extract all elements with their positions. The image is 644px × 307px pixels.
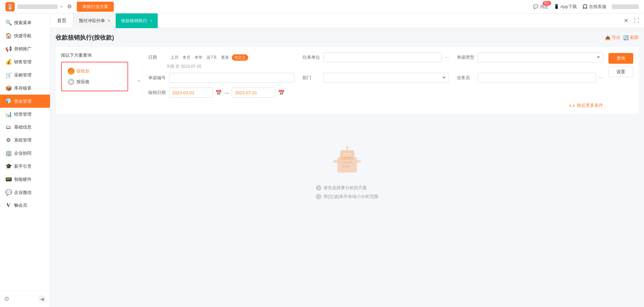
- top-bar-right: 💬 消息 99+ 📱 App下载 🎧 在线客服: [533, 4, 639, 10]
- sidebar-item-label: 销售管理: [14, 59, 32, 65]
- search-icon: 🔍: [5, 19, 11, 26]
- writeoff-end-input[interactable]: [232, 88, 275, 98]
- dropdown-icon[interactable]: ▾: [60, 5, 62, 8]
- staff-dots[interactable]: ···: [599, 75, 603, 81]
- collapse-more-btn[interactable]: ∧∧ 收起更多条件: [148, 102, 603, 108]
- sidebar-item-enterprise[interactable]: 🏢 企业协同: [0, 147, 50, 160]
- dept-label: 部门: [303, 75, 321, 81]
- empty-state: 1 请先选择要分析的方案 2 用[过滤]条件来缩小分析范围: [56, 118, 639, 228]
- app-label: App下载: [560, 4, 577, 10]
- user-avatar: [612, 4, 639, 9]
- doc-num-input[interactable]: [169, 73, 294, 83]
- settings-icon[interactable]: ⚙: [4, 295, 9, 303]
- date-this-month-btn[interactable]: 本月: [181, 54, 192, 61]
- tab-home[interactable]: 首页: [50, 13, 73, 28]
- filter-option-by-receipt[interactable]: 💰 按收款: [65, 66, 124, 76]
- filter-panel: 按以下方案查询 💰 按收款 🕐 按应收 «: [56, 47, 639, 114]
- filter-option-label: 按收款: [76, 68, 90, 74]
- sidebar-item-basic-info[interactable]: 🗂 基础信息: [0, 121, 50, 134]
- doc-num-label: 单据编号: [148, 75, 166, 81]
- operation-icon: 📊: [5, 111, 11, 117]
- sidebar-item-search-menu[interactable]: 🔍 搜索菜单: [0, 16, 50, 29]
- partner-input[interactable]: [323, 52, 442, 62]
- doc-type-select[interactable]: [478, 52, 603, 62]
- date-this-year-btn[interactable]: 本年: [193, 54, 204, 61]
- enterprise-icon: 🏢: [5, 150, 11, 156]
- cal-end-icon[interactable]: 📅: [278, 90, 285, 96]
- top-bar-left: 🐰 ▾ ⚙ 体验行业方案: [5, 2, 533, 12]
- tab-actions: ✕ ⛶: [619, 16, 644, 25]
- date-custom-badge[interactable]: 自定义: [232, 54, 248, 61]
- industry-btn[interactable]: 体验行业方案: [77, 2, 114, 12]
- sidebar-item-hardware[interactable]: 📟 智能硬件: [0, 173, 50, 186]
- setting-btn[interactable]: 设置: [608, 66, 633, 77]
- date-separator: —: [225, 90, 229, 95]
- page-title: 收款核销执行(按收款): [56, 34, 114, 42]
- writeoff-start-input[interactable]: [169, 88, 213, 98]
- sidebar-item-sales[interactable]: 💰 销售管理: [0, 55, 50, 68]
- sidebar-item-marketing[interactable]: 📢 营销推广: [0, 42, 50, 55]
- refresh-btn[interactable]: 🔄 刷新: [623, 35, 639, 41]
- tab-prepay[interactable]: 预付冲应付单 ×: [73, 13, 116, 28]
- staff-input[interactable]: [478, 73, 596, 83]
- filter-option-by-receivable[interactable]: 🕐 按应收: [65, 76, 124, 87]
- tab-prepay-label: 预付冲应付单: [79, 18, 105, 24]
- date-7days-btn[interactable]: 近7天: [205, 54, 218, 61]
- empty-tip-2: 2 用[过滤]条件来缩小分析范围: [316, 192, 378, 201]
- page-content: 收款核销执行(按收款) 📤 导出 🔄 刷新 按以下方案查询: [50, 28, 644, 307]
- date-last-month-btn[interactable]: 上月: [169, 54, 180, 61]
- sidebar-item-quick-nav[interactable]: 🏠 快捷导航: [0, 29, 50, 42]
- export-icon: 📤: [605, 35, 610, 40]
- staff-field: 业务员 ···: [457, 73, 603, 83]
- date-range: 📅 — 📅: [169, 88, 285, 98]
- svg-rect-12: [356, 160, 361, 163]
- collapse-more-label: 收起更多条件: [577, 102, 603, 108]
- tip-num-2: 2: [316, 194, 321, 199]
- system-icon: ⚙: [5, 137, 11, 143]
- sales-icon: 💰: [5, 59, 11, 65]
- filter-collapse-btn[interactable]: «: [135, 76, 143, 85]
- tab-maximize-btn[interactable]: ⛶: [632, 16, 641, 25]
- filter-options-box: 💰 按收款 🕐 按应收: [61, 62, 128, 91]
- sidebar-item-member[interactable]: V 畅会员: [0, 199, 50, 212]
- dept-select[interactable]: [323, 73, 449, 83]
- tab-prepay-close[interactable]: ×: [108, 18, 110, 23]
- filter-title: 按以下方案查询: [61, 52, 128, 58]
- tab-writeoff[interactable]: 收款核销执行 ×: [116, 13, 158, 28]
- sidebar-item-label: 智能硬件: [14, 176, 32, 183]
- sidebar-item-guide[interactable]: 🎓 新手引导: [0, 160, 50, 173]
- cal-start-icon[interactable]: 📅: [215, 90, 222, 96]
- svg-rect-11: [333, 160, 338, 163]
- sidebar-item-operation[interactable]: 📊 经营管理: [0, 108, 50, 121]
- service-btn[interactable]: 🎧 在线客服: [582, 4, 606, 10]
- svg-rect-6: [344, 157, 351, 158]
- sidebar-item-label: 新手引导: [14, 163, 32, 169]
- message-icon: 💬: [533, 4, 538, 9]
- sidebar-item-finance[interactable]: 💎 资金管理: [0, 95, 50, 108]
- app-download-btn[interactable]: 📱 App下载: [554, 4, 577, 10]
- export-btn[interactable]: 📤 导出: [605, 35, 621, 41]
- collapse-sidebar-btn[interactable]: ◀: [38, 295, 46, 303]
- message-btn[interactable]: 💬 消息 99+: [533, 4, 548, 10]
- page-actions: 📤 导出 🔄 刷新: [605, 35, 639, 41]
- sidebar-item-inventory[interactable]: 📦 库存核算: [0, 82, 50, 95]
- sidebar-item-label: 资金管理: [14, 98, 32, 104]
- query-btn[interactable]: 查询: [608, 53, 633, 64]
- date-more-btn[interactable]: 更多: [220, 54, 230, 61]
- receipt-icon: 💰: [68, 68, 74, 74]
- sidebar-item-label: 基础信息: [14, 124, 32, 130]
- sidebar-item-system[interactable]: ⚙ 系统管理: [0, 134, 50, 147]
- message-badge: 99+: [543, 1, 551, 5]
- query-actions: 查询 设置: [608, 52, 633, 77]
- partner-dots[interactable]: ···: [444, 54, 449, 60]
- member-icon: V: [5, 202, 11, 208]
- sidebar-item-purchase[interactable]: 🛒 采购管理: [0, 68, 50, 82]
- tab-writeoff-close[interactable]: ×: [150, 18, 152, 23]
- sidebar-item-label: 采购管理: [14, 72, 32, 78]
- tab-writeoff-label: 收款核销执行: [121, 18, 147, 24]
- tab-close-window-btn[interactable]: ✕: [621, 16, 631, 25]
- gear-icon[interactable]: ⚙: [65, 2, 74, 11]
- finance-icon: 💎: [5, 98, 11, 104]
- sidebar-item-label: 企业协同: [14, 150, 32, 156]
- sidebar-item-wechat[interactable]: 💬 企业微信: [0, 186, 50, 199]
